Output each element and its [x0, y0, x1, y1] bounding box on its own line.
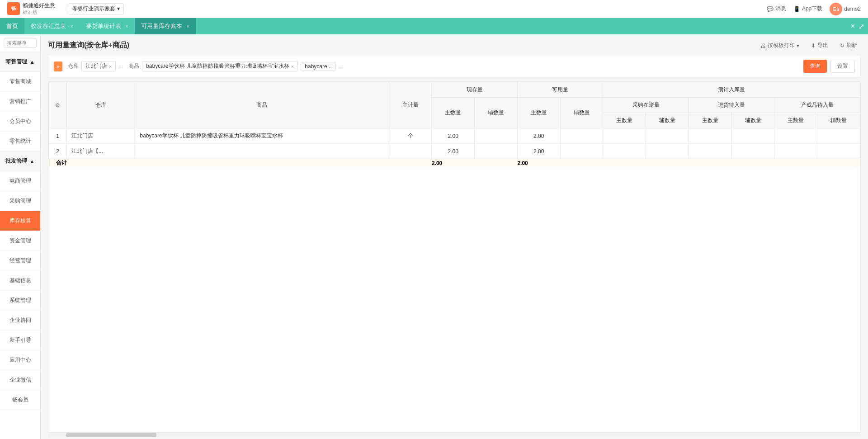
col-available-aux-qty-header: 辅数量: [560, 98, 603, 128]
message-icon: 💬: [767, 6, 774, 12]
cell-current-aux-qty: [475, 128, 518, 144]
table-container[interactable]: ⚙ 仓库 商品 主计量 现存量 可用量 预计入库量 主数量 辅数量 主数量 辅数…: [48, 81, 861, 433]
fullscreen-btn[interactable]: ⤢: [859, 22, 864, 31]
cell-production-pending-main: [774, 128, 817, 144]
top-bar-left: 畅 畅捷通好生意 标准版 母婴行业演示账套 ▾: [7, 2, 124, 16]
cell-available-aux-qty: [560, 128, 603, 144]
total-current-main-qty: 2.00: [432, 159, 475, 167]
col-main-unit-header: 主计量: [389, 82, 432, 128]
nav-tabs: 首页 收发存汇总表 × 要货单统计表 × 可用量库存账本 × × ⤢: [0, 18, 868, 34]
sidebar-item-ecommerce-mgmt[interactable]: 电商管理: [0, 171, 40, 191]
product-more-btn[interactable]: ...: [339, 63, 343, 70]
col-inbound-pending-header: 进货待入量: [689, 98, 774, 113]
total-available-aux-qty: [560, 159, 603, 167]
tab-order-stats[interactable]: 要货单统计表 ×: [80, 18, 135, 34]
cell-available-main-qty: 2.00: [517, 128, 560, 144]
refresh-icon: ↻: [840, 42, 844, 49]
cell-production-pending-main: [774, 144, 817, 159]
company-name: 畅捷通好生意: [23, 2, 55, 9]
col-purchase-transit-aux-header: 辅数量: [646, 113, 689, 128]
message-btn[interactable]: 💬 消息: [767, 5, 786, 13]
warehouse-label: 仓库: [68, 62, 79, 70]
org-selector[interactable]: 母婴行业演示账套 ▾: [68, 3, 124, 14]
col-production-pending-aux-header: 辅数量: [817, 113, 860, 128]
col-settings-header[interactable]: ⚙: [49, 82, 67, 128]
cell-production-pending-aux: [817, 144, 860, 159]
sidebar-item-operations-mgmt[interactable]: 经营管理: [0, 251, 40, 271]
sidebar-item-marketing[interactable]: 营销推广: [0, 92, 40, 112]
search-input[interactable]: [4, 38, 37, 48]
sidebar-item-enterprise-collab[interactable]: 企业协同: [0, 311, 40, 330]
col-warehouse-header: 仓库: [67, 82, 135, 128]
sidebar-item-vip-member[interactable]: 畅会员: [0, 390, 40, 410]
total-production-pending-aux: [817, 159, 860, 167]
product-tag-2: babycare...: [301, 62, 335, 71]
settings-btn[interactable]: 设置: [830, 60, 855, 73]
cell-purchase-transit-aux: [646, 144, 689, 159]
avatar: Ea: [830, 3, 842, 15]
close-tab-order-stats[interactable]: ×: [126, 24, 128, 29]
export-btn[interactable]: ⬇ 导出: [807, 40, 832, 51]
export-icon: ⬇: [811, 42, 816, 49]
cell-index: 1: [49, 128, 67, 144]
sidebar-item-member-center[interactable]: 会员中心: [0, 112, 40, 132]
print-template-btn[interactable]: 🖨 按模板打印 ▾: [757, 40, 803, 51]
close-all-tabs-btn[interactable]: ×: [851, 22, 855, 30]
edition-tag: 标准版: [23, 9, 55, 15]
col-available-main-qty-header: 主数量: [517, 98, 560, 128]
main-layout: 零售管理 ▲ 零售商城 营销推广 会员中心 零售统计 批发管理 ▲ 电商管理 采…: [0, 34, 868, 439]
remove-product-btn[interactable]: ×: [291, 64, 294, 69]
filter-toggle-btn[interactable]: »: [54, 61, 62, 71]
user-profile-btn[interactable]: Ea demo2: [830, 3, 861, 15]
filter-area: » 仓库 江北门店 × ... 商品 babycare学饮杯 儿童防摔防撞吸管杯…: [48, 55, 861, 78]
tab-available-stock[interactable]: 可用量库存账本 ×: [135, 18, 196, 34]
sidebar-item-inventory-check[interactable]: 库存核算: [0, 211, 40, 231]
page-actions: 🖨 按模板打印 ▾ ⬇ 导出 ↻ 刷新: [757, 40, 861, 51]
total-available-main-qty: 2.00: [517, 159, 560, 167]
col-purchase-transit-header: 采购在途量: [603, 98, 689, 113]
col-inbound-pending-main-header: 主数量: [689, 113, 731, 128]
cell-inbound-pending-main: [689, 144, 731, 159]
cell-purchase-transit-main: [603, 144, 646, 159]
cell-available-aux-qty: [560, 144, 603, 159]
sidebar-item-wholesale-mgmt[interactable]: 批发管理 ▲: [0, 151, 40, 171]
col-production-pending-header: 产成品待入量: [774, 98, 860, 113]
sidebar-item-system-mgmt[interactable]: 系统管理: [0, 291, 40, 311]
cell-current-main-qty: 2.00: [432, 144, 475, 159]
cell-available-main-qty: 2.00: [517, 144, 560, 159]
query-btn[interactable]: 查询: [803, 60, 827, 73]
sidebar-item-app-center[interactable]: 应用中心: [0, 350, 40, 370]
sidebar-item-finance-mgmt[interactable]: 资金管理: [0, 231, 40, 251]
warehouse-more-btn[interactable]: ...: [118, 63, 123, 70]
product-label: 商品: [128, 62, 139, 70]
print-chevron-icon: ▾: [797, 42, 799, 49]
tab-home[interactable]: 首页: [0, 18, 24, 34]
app-download-btn[interactable]: 📱 App下载: [793, 5, 822, 13]
horizontal-scrollbar[interactable]: [48, 433, 861, 437]
total-production-pending-main: [774, 159, 817, 167]
col-current-main-qty-header: 主数量: [432, 98, 475, 128]
total-current-aux-qty: [475, 159, 518, 167]
refresh-btn[interactable]: ↻ 刷新: [836, 40, 861, 51]
print-icon: 🖨: [760, 42, 766, 49]
cell-inbound-pending-aux: [731, 144, 774, 159]
close-tab-receipt-summary[interactable]: ×: [71, 24, 73, 29]
data-table: ⚙ 仓库 商品 主计量 现存量 可用量 预计入库量 主数量 辅数量 主数量 辅数…: [48, 82, 860, 167]
sidebar-item-retail-mgmt[interactable]: 零售管理 ▲: [0, 52, 40, 72]
sidebar-item-enterprise-wechat[interactable]: 企业微信: [0, 370, 40, 390]
cell-inbound-pending-main: [689, 128, 731, 144]
sidebar-item-basic-info[interactable]: 基础信息: [0, 271, 40, 291]
sidebar-item-new-guide[interactable]: 新手引导: [0, 330, 40, 350]
close-tab-available-stock[interactable]: ×: [187, 24, 189, 29]
cell-inbound-pending-aux: [731, 128, 774, 144]
table-row: 2 江北门店【... 2.00 2.00: [49, 144, 860, 159]
tab-receipt-summary[interactable]: 收发存汇总表 ×: [24, 18, 80, 34]
sidebar-item-retail-mall[interactable]: 零售商城: [0, 72, 40, 92]
cell-current-main-qty: 2.00: [432, 128, 475, 144]
total-purchase-transit-aux: [646, 159, 689, 167]
sidebar-item-purchase-mgmt[interactable]: 采购管理: [0, 191, 40, 211]
settings-icon: ⚙: [55, 102, 60, 109]
chevron-icon: ▲: [29, 59, 35, 65]
sidebar-item-retail-stats[interactable]: 零售统计: [0, 132, 40, 151]
remove-warehouse-btn[interactable]: ×: [109, 64, 112, 69]
